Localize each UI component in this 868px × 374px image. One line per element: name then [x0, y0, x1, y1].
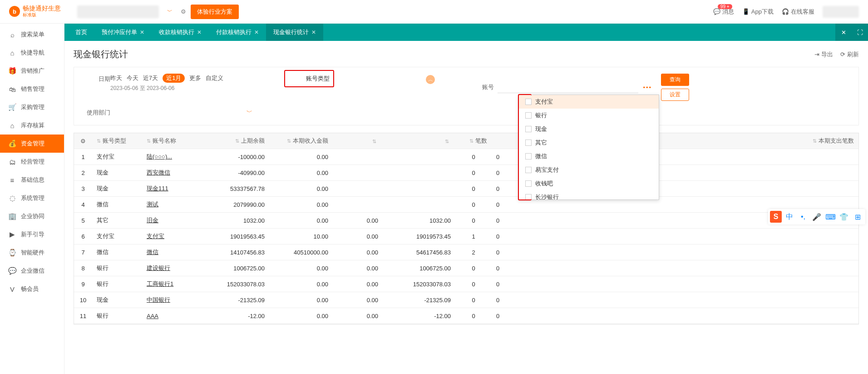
message-badge: 99 +	[718, 4, 732, 9]
sidebar-item-0[interactable]: ⌕搜索菜单	[0, 25, 64, 41]
chevron-down-icon[interactable]: ﹀	[167, 8, 173, 15]
tab-label: 预付冲应付单	[102, 28, 137, 36]
tab-expand-button[interactable]: ⛶	[852, 24, 868, 41]
sidebar: ⌕搜索菜单⌂快捷导航🎁营销推广🛍销售管理🛒采购管理⌂库存核算💰资金管理🗂经营管理…	[0, 24, 64, 41]
tab-bar: 首页预付冲应付单✕收款核销执行✕付款核销执行✕现金银行统计✕ ✕ ⛶	[0, 24, 868, 41]
messages-button[interactable]: 💬 消息 99 +	[713, 8, 734, 16]
tab-label: 现金银行统计	[273, 28, 309, 36]
brand-edition: 标准版	[23, 12, 61, 18]
gear-icon[interactable]: ⚙	[181, 8, 186, 15]
sidebar-icon: ⌕	[8, 31, 16, 39]
close-icon[interactable]: ✕	[311, 29, 316, 35]
close-icon[interactable]: ✕	[197, 29, 202, 35]
close-icon[interactable]: ✕	[254, 29, 259, 35]
brand-name: 畅捷通好生意	[23, 5, 61, 12]
online-service-button[interactable]: 🎧 在线客服	[782, 8, 814, 16]
sidebar-item-label: 搜索菜单	[21, 30, 44, 39]
tab-0[interactable]: 首页	[68, 24, 94, 41]
tab-3[interactable]: 付款核销执行✕	[209, 24, 266, 41]
app-download-button[interactable]: 📱 App下载	[742, 8, 774, 16]
user-area-blurred[interactable]	[823, 6, 859, 18]
brand: b 畅捷通好生意 标准版	[9, 5, 68, 18]
brand-icon: b	[9, 6, 20, 17]
top-header: b 畅捷通好生意 标准版 ﹀ ⚙ 体验行业方案 💬 消息 99 + 📱 App下…	[0, 0, 868, 24]
tab-1[interactable]: 预付冲应付单✕	[94, 24, 152, 41]
tab-label: 首页	[75, 28, 87, 36]
chat-icon: 💬	[713, 8, 720, 15]
tab-2[interactable]: 收款核销执行✕	[152, 24, 209, 41]
tab-close-all-button[interactable]: ✕	[835, 24, 852, 41]
tab-4[interactable]: 现金银行统计✕	[266, 24, 323, 41]
close-icon[interactable]: ✕	[140, 29, 144, 35]
phone-icon: 📱	[742, 8, 750, 15]
headset-icon: 🎧	[782, 8, 789, 15]
tab-label: 收款核销执行	[159, 28, 194, 36]
org-selector-blurred[interactable]	[77, 5, 159, 18]
tab-label: 付款核销执行	[216, 28, 252, 36]
industry-plan-button[interactable]: 体验行业方案	[191, 5, 239, 19]
